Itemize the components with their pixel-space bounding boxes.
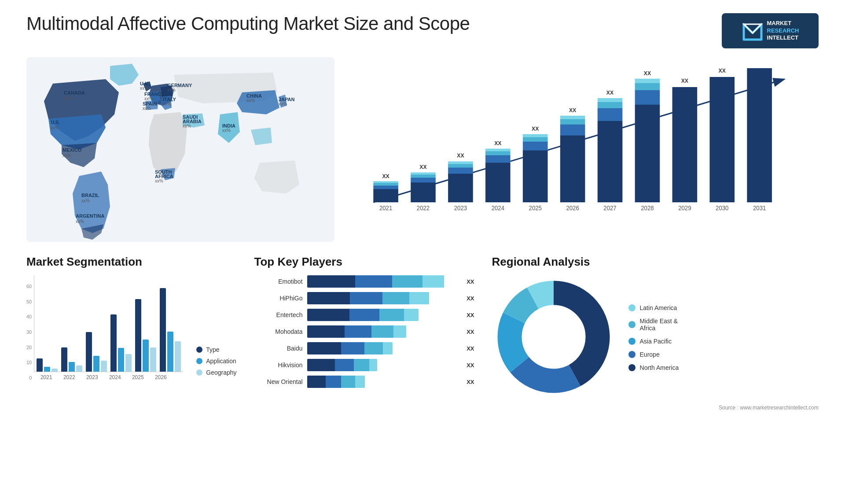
svg-text:xx%: xx% — [246, 98, 255, 103]
svg-rect-44 — [523, 134, 548, 137]
svg-rect-61 — [672, 87, 698, 202]
players-container: Top Key Players Emotibot XX HiPhiGo — [254, 255, 474, 411]
bottom-section: Market Segmentation 60 50 40 30 20 10 0 — [26, 255, 819, 411]
reg-label-apac: Asia Pacific — [640, 338, 672, 345]
player-bar-outer — [307, 325, 460, 338]
player-row-hikvision: Hikvision XX — [254, 359, 474, 371]
svg-rect-56 — [635, 105, 660, 202]
player-row-emotibot: Emotibot XX — [254, 275, 474, 288]
player-bar-outer — [307, 275, 460, 288]
svg-rect-32 — [448, 168, 473, 174]
svg-rect-28 — [411, 175, 436, 178]
reg-legend-asia-pacific: Asia Pacific — [628, 338, 679, 345]
svg-text:2021: 2021 — [379, 205, 392, 212]
player-name: Hikvision — [254, 362, 303, 369]
donut-chart-svg — [492, 275, 615, 398]
mexico-label: MEXICO — [62, 147, 82, 153]
svg-text:xx%: xx% — [76, 219, 84, 224]
argentina-label: ARGENTINA — [76, 213, 104, 219]
legend-application: Application — [196, 358, 236, 365]
svg-rect-46 — [560, 135, 585, 202]
svg-rect-63 — [747, 68, 772, 202]
player-bar-outer — [307, 292, 460, 304]
legend-app-dot — [196, 358, 202, 364]
svg-text:2024: 2024 — [492, 205, 505, 212]
svg-rect-52 — [598, 108, 623, 121]
svg-text:XX: XX — [606, 90, 614, 96]
reg-label-mea: Middle East &Africa — [640, 318, 678, 332]
logo-text: MARKET RESEARCH INTELLECT — [767, 20, 799, 42]
bar-chart-container: XX XX XX — [352, 57, 819, 242]
svg-text:xx%: xx% — [163, 102, 171, 106]
svg-rect-21 — [373, 189, 398, 202]
seg-bar-group-2026 — [160, 288, 181, 372]
player-name: HiPhiGo — [254, 295, 303, 302]
svg-text:xx%: xx% — [51, 125, 59, 130]
svg-rect-51 — [598, 121, 623, 202]
svg-rect-37 — [485, 155, 511, 163]
reg-label-latin: Latin America — [640, 304, 677, 311]
svg-text:XX: XX — [382, 173, 389, 179]
svg-text:xx%: xx% — [155, 179, 163, 183]
map-container: CANADA xx% U.S. xx% MEXICO xx% BRAZIL xx… — [26, 57, 334, 242]
svg-rect-41 — [523, 150, 548, 202]
svg-rect-23 — [373, 183, 398, 186]
brazil-label: BRAZIL — [81, 193, 99, 198]
svg-text:2025: 2025 — [529, 205, 542, 212]
svg-rect-47 — [560, 124, 585, 135]
svg-rect-57 — [635, 90, 660, 105]
top-section: CANADA xx% U.S. xx% MEXICO xx% BRAZIL xx… — [26, 57, 819, 242]
player-row-baidu: Baidu XX — [254, 342, 474, 354]
world-map-svg: CANADA xx% U.S. xx% MEXICO xx% BRAZIL xx… — [26, 57, 334, 242]
logo-area: MARKET RESEARCH INTELLECT — [722, 13, 819, 48]
svg-text:2023: 2023 — [454, 205, 467, 212]
canada-label: CANADA — [64, 90, 85, 95]
svg-text:xx%: xx% — [62, 153, 71, 158]
seg-chart-area: 60 50 40 30 20 10 0 — [26, 275, 237, 380]
svg-rect-22 — [373, 186, 398, 189]
seg-bar-group-2021 — [37, 358, 58, 372]
seg-x-2023: 2023 — [81, 374, 103, 380]
bar-chart-svg: XX XX XX — [361, 66, 801, 224]
svg-text:xx%: xx% — [183, 124, 191, 128]
reg-label-na: North America — [640, 364, 679, 371]
player-bar-outer — [307, 342, 460, 354]
reg-legend-north-america: North America — [628, 364, 679, 371]
seg-app-bar — [44, 367, 50, 372]
seg-bar-group-2022 — [61, 347, 82, 372]
header: Multimodal Affective Computing Market Si… — [26, 13, 819, 48]
players-title: Top Key Players — [254, 255, 474, 269]
svg-text:XX: XX — [719, 68, 726, 74]
page: Multimodal Affective Computing Market Si… — [0, 0, 845, 504]
reg-legend-europe: Europe — [628, 351, 679, 358]
segmentation-container: Market Segmentation 60 50 40 30 20 10 0 — [26, 255, 237, 411]
svg-text:XX: XX — [644, 70, 651, 77]
regional-container: Regional Analysis — [492, 255, 819, 411]
segmentation-title: Market Segmentation — [26, 255, 237, 269]
reg-dot-mea — [628, 321, 636, 328]
seg-bar-group-2024 — [110, 314, 132, 372]
svg-text:xx%: xx% — [140, 86, 148, 91]
seg-x-2021: 2021 — [35, 374, 58, 380]
regional-legend: Latin America Middle East &Africa Asia P… — [628, 304, 679, 371]
svg-rect-31 — [448, 174, 473, 202]
svg-rect-62 — [709, 77, 735, 202]
svg-text:2026: 2026 — [566, 205, 579, 212]
svg-rect-43 — [523, 137, 548, 142]
svg-rect-58 — [635, 83, 660, 90]
svg-text:2022: 2022 — [417, 205, 430, 212]
page-title: Multimodal Affective Computing Market Si… — [26, 13, 470, 34]
seg-x-2024: 2024 — [103, 374, 126, 380]
svg-text:xx%: xx% — [81, 198, 90, 203]
player-name: New Oriental — [254, 378, 303, 385]
svg-rect-42 — [523, 142, 548, 150]
svg-text:2027: 2027 — [603, 205, 616, 212]
logo-box: MARKET RESEARCH INTELLECT — [722, 13, 819, 48]
svg-text:XX: XX — [494, 140, 502, 146]
bar-chart-area: XX XX XX — [361, 66, 801, 207]
svg-text:XX: XX — [532, 126, 539, 132]
regional-title: Regional Analysis — [492, 255, 819, 269]
svg-rect-27 — [411, 178, 436, 183]
reg-dot-europe — [628, 351, 636, 358]
svg-text:2029: 2029 — [678, 205, 691, 212]
